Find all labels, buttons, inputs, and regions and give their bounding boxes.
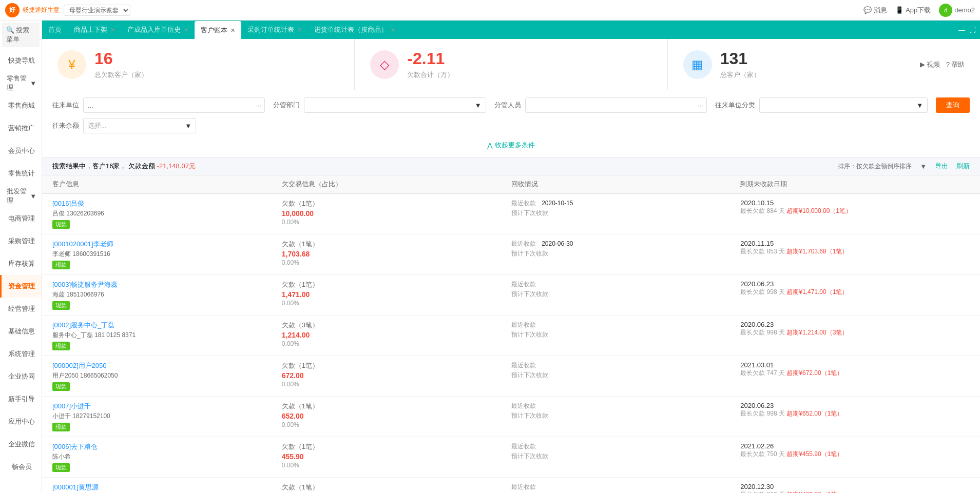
overdue-link[interactable]: 超期¥652.00（1笔） bbox=[786, 410, 843, 417]
customer-name[interactable]: [0003]畅捷服务尹海蕊 bbox=[52, 280, 282, 289]
debt-count: 欠款（1笔） bbox=[282, 361, 511, 370]
debt-amount[interactable]: 672.00 bbox=[282, 371, 511, 380]
overdue-link[interactable]: 超期¥10,000.00（1笔） bbox=[786, 207, 852, 214]
collapse-filter-btn[interactable]: ⋀ 收起更多条件 bbox=[52, 141, 970, 150]
tab-close-stock[interactable]: ✕ bbox=[391, 27, 395, 33]
sidebar-item-batch-mgmt[interactable]: 批发管理 ▼ bbox=[0, 185, 42, 207]
tab-close-customer[interactable]: ✕ bbox=[230, 27, 235, 34]
sidebar-item-member-center[interactable]: 会员中心 bbox=[0, 140, 42, 162]
sidebar-item-retail-mall[interactable]: 零售商城 bbox=[0, 94, 42, 117]
debt-amount[interactable]: 1,703.68 bbox=[282, 250, 511, 258]
sidebar-item-retail-stats[interactable]: 零售统计 bbox=[0, 162, 42, 185]
result-bar: 搜索结果中，客户16家， 欠款金额 -21,148.07元 排序：按欠款金额倒序… bbox=[42, 157, 980, 175]
top-bar-right: 💬 消息 📱 App下载 d demo2 bbox=[863, 4, 975, 17]
last-collection: 最近收款 bbox=[511, 361, 741, 370]
help-btn[interactable]: ? 帮助 bbox=[946, 60, 965, 69]
sidebar-item-enterprise-wx[interactable]: 企业微信 bbox=[0, 433, 42, 456]
user-area[interactable]: d demo2 bbox=[939, 4, 975, 17]
video-btn[interactable]: ▶ 视频 bbox=[920, 60, 940, 69]
filter-unit-class: 往来单位分类 ▼ bbox=[715, 97, 928, 113]
tab-products[interactable]: 商品上下架 ✕ bbox=[68, 21, 121, 39]
sidebar-search[interactable]: 🔍 搜索菜单 bbox=[2, 23, 40, 47]
overdue-link[interactable]: 超期¥1,703.68（1笔） bbox=[786, 248, 848, 255]
customer-tag: 现款 bbox=[52, 342, 70, 350]
debt-amount[interactable]: 1,214.00 bbox=[282, 331, 511, 339]
stat-label-debt-total: 欠款合计（万） bbox=[407, 70, 454, 80]
overdue-link[interactable]: 超期¥455.90（1笔） bbox=[786, 450, 843, 458]
overdue-link[interactable]: 超期¥672.00（1笔） bbox=[786, 369, 843, 377]
sidebar-item-purchase-mgmt[interactable]: 采购管理 bbox=[0, 230, 42, 252]
debt-amount[interactable]: 10,000.00 bbox=[282, 209, 511, 218]
tab-close-products[interactable]: ✕ bbox=[110, 27, 115, 33]
due-date: 2020.06.23 bbox=[740, 280, 970, 288]
next-collection: 预计下次收款 bbox=[511, 330, 741, 339]
message-btn[interactable]: 💬 消息 bbox=[863, 6, 887, 15]
due-date-cell: 2020.06.23 最长欠款 998 天 超期¥1,471.00（1笔） bbox=[740, 280, 970, 297]
customer-name[interactable]: [0007]小进千 bbox=[52, 402, 282, 411]
sidebar-item-finance[interactable]: 资金管理 bbox=[0, 275, 42, 298]
sidebar-item-system-mgmt[interactable]: 系统管理 bbox=[0, 343, 42, 365]
sidebar-item-new-guide[interactable]: 新手引导 bbox=[0, 388, 42, 410]
debt-info-cell: 欠款（1笔） 1,703.68 0.00% bbox=[282, 240, 511, 266]
industry-select[interactable]: 母婴行业演示账套 bbox=[64, 5, 130, 16]
overdue-link[interactable]: 超期¥1,214.00（3笔） bbox=[786, 329, 848, 336]
customer-info-cell: [0016]吕俊 吕俊 13026203696 现款 bbox=[52, 199, 282, 229]
table-row: [0001020001]李老师 李老师 18600391516 现款 欠款（1笔… bbox=[42, 234, 980, 275]
help-icon: ? bbox=[946, 61, 950, 68]
tab-purchase-summary[interactable]: 采购订单统计表 ✕ bbox=[241, 21, 308, 39]
person-label: 分管人员 bbox=[494, 101, 521, 110]
logo-icon: 好 bbox=[5, 3, 20, 17]
sidebar-item-enterprise-coop[interactable]: 企业协同 bbox=[0, 365, 42, 388]
customer-name[interactable]: [000001]黄思源 bbox=[52, 483, 282, 492]
sidebar-item-basic-info[interactable]: 基础信息 bbox=[0, 320, 42, 343]
customer-tag: 现款 bbox=[52, 382, 70, 391]
customer-name[interactable]: [0016]吕俊 bbox=[52, 199, 282, 208]
debt-amount[interactable]: 455.90 bbox=[282, 452, 511, 461]
debt-info-cell: 欠款（1笔） 429.00 0.00% bbox=[282, 483, 511, 493]
balance-select[interactable]: 选择... ▼ bbox=[83, 118, 196, 133]
sidebar-item-app-center[interactable]: 应用中心 bbox=[0, 410, 42, 433]
customer-name[interactable]: [0006]去下粮仓 bbox=[52, 442, 282, 451]
unit-class-select[interactable]: ▼ bbox=[759, 97, 928, 113]
sidebar-item-free-member[interactable]: 畅会员 bbox=[0, 456, 42, 478]
from-unit-input-wrapper[interactable]: ··· bbox=[83, 97, 265, 113]
customer-name[interactable]: [0002]服务中心_丁磊 bbox=[52, 321, 282, 330]
debt-amount[interactable]: 652.00 bbox=[282, 412, 511, 420]
customer-name[interactable]: [0001020001]李老师 bbox=[52, 240, 282, 249]
customer-info-cell: [000002]用户2050 用户2050 18665062050 现款 bbox=[52, 361, 282, 391]
sidebar-item-quick-nav[interactable]: 快捷导航 bbox=[0, 49, 42, 72]
tab-stock-summary[interactable]: 进货单统计表（按商品） ✕ bbox=[308, 21, 401, 39]
sidebar-item-ecommerce[interactable]: 电商管理 bbox=[0, 207, 42, 230]
sidebar-item-retail-mgmt[interactable]: 零售管理 ▼ bbox=[0, 72, 42, 94]
due-date: 2020.06.23 bbox=[740, 321, 970, 328]
customer-phone: 李老师 18600391516 bbox=[52, 250, 282, 259]
sidebar-item-inventory[interactable]: 库存核算 bbox=[0, 252, 42, 275]
from-unit-input[interactable] bbox=[84, 98, 253, 112]
customer-name[interactable]: [000002]用户2050 bbox=[52, 361, 282, 370]
tab-close-produce[interactable]: ✕ bbox=[184, 27, 188, 33]
overdue-link[interactable]: 超期¥429.00（1笔） bbox=[786, 491, 843, 493]
person-input-wrapper[interactable]: ··· bbox=[525, 97, 707, 113]
tab-customer-account[interactable]: 客户账本 ✕ bbox=[195, 21, 241, 39]
customer-info-cell: [0002]服务中心_丁磊 服务中心_丁磊 181 0125 8371 现款 bbox=[52, 321, 282, 350]
tab-home[interactable]: 首页 bbox=[42, 21, 68, 39]
person-input[interactable] bbox=[526, 98, 695, 112]
minimize-icon[interactable]: — bbox=[958, 26, 965, 34]
sidebar-item-marketing[interactable]: 营销推广 bbox=[0, 117, 42, 140]
debt-percent: 0.00% bbox=[282, 340, 511, 347]
search-button[interactable]: 查询 bbox=[936, 97, 970, 113]
refresh-btn[interactable]: 刷新 bbox=[956, 162, 970, 171]
tab-close-purchase[interactable]: ✕ bbox=[297, 27, 302, 33]
stat-value-debt-customers: 16 bbox=[94, 49, 148, 68]
overdue-link[interactable]: 超期¥1,471.00（1笔） bbox=[786, 288, 848, 295]
overdue-info: 最长欠款 747 天 超期¥672.00（1笔） bbox=[740, 369, 970, 378]
sidebar-item-business-mgmt[interactable]: 经营管理 bbox=[0, 298, 42, 320]
video-icon: ▶ bbox=[920, 61, 925, 68]
export-btn[interactable]: 导出 bbox=[935, 162, 948, 171]
tab-produce-history[interactable]: 产成品入库单历史 ✕ bbox=[121, 21, 195, 39]
debt-percent: 0.00% bbox=[282, 259, 511, 266]
maximize-icon[interactable]: ⛶ bbox=[969, 26, 976, 34]
debt-amount[interactable]: 1,471.00 bbox=[282, 290, 511, 299]
app-download-btn[interactable]: 📱 App下载 bbox=[895, 6, 931, 15]
dept-select[interactable]: ▼ bbox=[304, 97, 486, 113]
